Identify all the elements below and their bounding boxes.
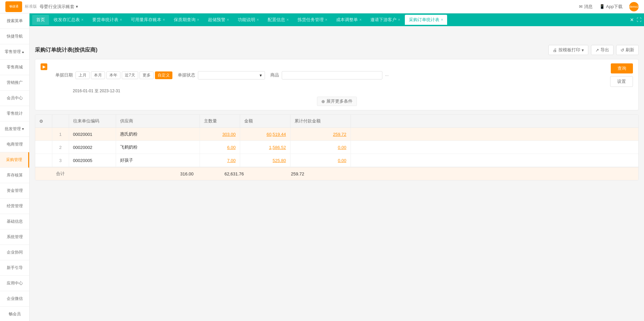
sidebar-item-retail-shop[interactable]: 零售商城: [0, 60, 29, 75]
nav-right-icons: ✕ ⛶: [630, 17, 641, 22]
close-icon[interactable]: ×: [120, 17, 122, 22]
close-icon[interactable]: ×: [359, 17, 362, 22]
close-icon[interactable]: ×: [398, 17, 400, 22]
top-bar-left: 畅捷通 标准版 母婴行业演示账套 ▾: [5, 1, 78, 12]
sidebar-item-wechat[interactable]: 企业微信: [0, 291, 29, 307]
settings-button[interactable]: 设置: [610, 76, 633, 87]
table-row[interactable]: 2 00020002 飞鹤奶粉 6.00 1,586.52 0.00: [35, 141, 638, 154]
tab-config-info[interactable]: 配置信息 ×: [264, 15, 293, 25]
filter-toggle-arrow[interactable]: ▶: [41, 63, 47, 70]
close-icon[interactable]: ×: [441, 17, 443, 22]
query-button[interactable]: 查询: [611, 63, 633, 73]
row-paid-cell[interactable]: 0.00: [290, 141, 351, 154]
sidebar-item-basics[interactable]: 基础信息: [0, 214, 29, 229]
date-btn-custom[interactable]: 自定义: [155, 71, 172, 79]
footer-amount: 62,631.76: [194, 171, 244, 176]
print-dropdown-icon: ▾: [582, 48, 584, 53]
app-download-button[interactable]: 📱 App下载: [599, 4, 623, 10]
sidebar-item-ecommerce[interactable]: 电商管理: [0, 137, 29, 152]
tab-home[interactable]: 首页: [32, 15, 49, 25]
sidebar-item-purchase[interactable]: 采购管理: [0, 152, 29, 168]
date-btn-last-month[interactable]: 上月: [75, 71, 90, 79]
top-bar: 畅捷通 标准版 母婴行业演示账套 ▾ ✉ 消息 📱 App下载 demo2: [0, 0, 644, 13]
status-filter-label: 单据状态: [178, 72, 195, 78]
sidebar-item-enterprise[interactable]: 企业协同: [0, 245, 29, 260]
export-button[interactable]: ↗ 导出: [591, 45, 613, 55]
close-window-icon[interactable]: ✕: [630, 17, 634, 22]
col-header-qty: 主数量: [200, 115, 240, 128]
sidebar-item-retail-stats[interactable]: 零售统计: [0, 106, 29, 121]
tab-invite-downstream[interactable]: 邀请下游客户 ×: [366, 15, 404, 25]
row-qty-cell[interactable]: 6.00: [200, 141, 240, 154]
close-icon[interactable]: ×: [227, 17, 229, 22]
sidebar-item-shortcut[interactable]: 快捷导航: [0, 29, 29, 44]
sidebar-item-operations[interactable]: 经营管理: [0, 199, 29, 214]
message-button[interactable]: ✉ 消息: [579, 4, 593, 10]
row-settings-cell: [35, 141, 52, 154]
tab-available-stock[interactable]: 可用量库存账本 ×: [127, 15, 169, 25]
date-filter-label: 单据日期: [55, 72, 73, 78]
row-settings-cell: [35, 154, 52, 167]
settings-icon[interactable]: ⚙: [39, 119, 43, 124]
table-footer: 合计 316.00 62,631.76 259.72: [35, 167, 638, 180]
sidebar-item-app-center[interactable]: 应用中心: [0, 276, 29, 291]
close-icon[interactable]: ×: [325, 17, 327, 22]
tab-cost-adjust[interactable]: 成本调整单 ×: [332, 15, 366, 25]
goods-input[interactable]: [282, 71, 382, 79]
close-icon[interactable]: ×: [197, 17, 199, 22]
sidebar-item-system[interactable]: 系统管理: [0, 229, 29, 245]
sidebar-item-marketing[interactable]: 营销推广: [0, 75, 29, 91]
tab-pick-task[interactable]: 拣货任务管理 ×: [293, 15, 331, 25]
print-button[interactable]: 🖨 按模板打印 ▾: [548, 45, 588, 55]
status-select[interactable]: ▾: [198, 71, 265, 79]
row-amount-cell[interactable]: 1,586.52: [240, 141, 290, 154]
row-paid-cell[interactable]: 259.72: [290, 128, 351, 141]
tab-order-stats[interactable]: 要货单统计表 ×: [88, 15, 126, 25]
sidebar-item-guide[interactable]: 新手引导: [0, 260, 29, 276]
row-amount-cell[interactable]: 525.80: [240, 154, 290, 167]
sidebar-item-retail[interactable]: 零售管理 ▲: [0, 44, 29, 60]
row-num-cell: 2: [52, 141, 69, 154]
more-icon: ···: [385, 73, 389, 78]
workspace-selector[interactable]: 母婴行业演示账套 ▾: [40, 4, 78, 10]
row-supplier-cell: 好孩子: [116, 154, 200, 167]
fullscreen-icon[interactable]: ⛶: [637, 17, 641, 22]
date-btn-more[interactable]: 更多: [140, 71, 154, 79]
refresh-icon: ↺: [621, 48, 624, 53]
close-icon[interactable]: ×: [81, 17, 84, 22]
filter-expand-section: ⊕ 展开更多条件: [41, 97, 633, 106]
filter-bar: ▶ 单据日期 上月 本月 本年 近7天 更多 自定义: [35, 59, 639, 110]
close-icon[interactable]: ×: [286, 17, 289, 22]
tab-purchase-order-stats[interactable]: 采购订单统计表 ×: [405, 15, 447, 25]
date-btn-7days[interactable]: 近7天: [122, 71, 138, 79]
table-row[interactable]: 1 00020001 惠氏奶粉 303.00 60,519.44 259.72: [35, 128, 638, 141]
expand-more-button[interactable]: ⊕ 展开更多条件: [317, 97, 357, 106]
date-btn-this-month[interactable]: 本月: [91, 71, 105, 79]
date-btn-this-year[interactable]: 本年: [106, 71, 120, 79]
tab-overstock-warning[interactable]: 超储预警 ×: [204, 15, 233, 25]
sidebar-item-finance[interactable]: 资金管理: [0, 183, 29, 199]
user-menu[interactable]: demo2: [629, 2, 639, 11]
refresh-button[interactable]: ↺ 刷新: [616, 45, 639, 55]
row-code-cell: 00020002: [69, 141, 116, 154]
col-header-code: 往来单位编码: [69, 115, 116, 128]
tab-function-desc[interactable]: 功能说明 ×: [234, 15, 263, 25]
breadcrumb: 标准版: [25, 4, 37, 9]
tab-expiry-query[interactable]: 保质期查询 ×: [170, 15, 203, 25]
row-qty-cell[interactable]: 7.00: [200, 154, 240, 167]
row-paid-cell[interactable]: 0.00: [290, 154, 351, 167]
close-icon[interactable]: ×: [257, 17, 259, 22]
sidebar-item-inventory[interactable]: 库存核算: [0, 168, 29, 183]
row-extra-cell: [351, 128, 638, 141]
table-row[interactable]: 3 00020005 好孩子 7.00 525.80 0.00: [35, 154, 638, 167]
goods-filter-label: 商品: [270, 72, 279, 78]
row-amount-cell[interactable]: 60,519.44: [240, 128, 290, 141]
sidebar-item-member[interactable]: 会员中心: [0, 91, 29, 106]
page-title: 采购订单统计表(按供应商): [35, 47, 98, 54]
close-icon[interactable]: ×: [163, 17, 165, 22]
row-qty-cell[interactable]: 303.00: [200, 128, 240, 141]
sidebar-item-search[interactable]: 搜索英单: [0, 13, 29, 29]
tab-collect-summary[interactable]: 收发存汇总表 ×: [50, 15, 88, 25]
sidebar-item-member2[interactable]: 畅会员: [0, 307, 29, 321]
sidebar-item-wholesale[interactable]: 批发管理 ▼: [0, 121, 29, 137]
